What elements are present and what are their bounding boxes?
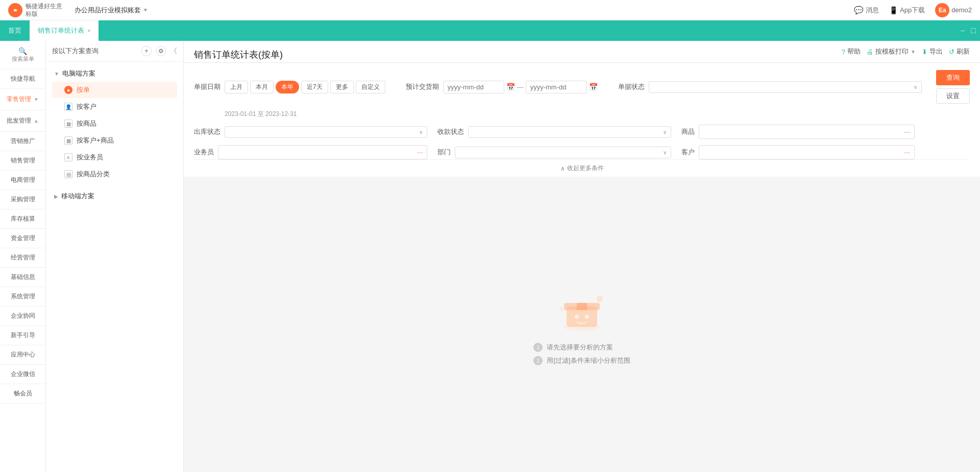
sidebar-item-system[interactable]: 系统管理: [0, 287, 45, 306]
sidebar-item-cooperation[interactable]: 企业协同: [0, 306, 45, 326]
svg-point-8: [559, 307, 564, 311]
doc-status-select[interactable]: ∨: [649, 81, 922, 93]
print-template-button[interactable]: 🖨 按模板打印 ▼: [867, 47, 916, 56]
ship-status-select[interactable]: ∨: [225, 126, 427, 138]
query-button[interactable]: 查询: [936, 70, 970, 85]
sidebar-search[interactable]: 🔍 搜索菜单: [0, 41, 45, 69]
refresh-button[interactable]: ↺ 刷新: [949, 47, 970, 56]
svg-rect-4: [577, 303, 587, 310]
sidebar-item-business[interactable]: 经营管理: [0, 248, 45, 268]
breadcrumb[interactable]: 办公用品行业模拟账套 ▼: [75, 6, 148, 15]
sidebar-item-basic[interactable]: 基础信息: [0, 268, 45, 287]
date-btn-last-month[interactable]: 上月: [225, 81, 248, 93]
scheme-item-by-goods[interactable]: ▦ 按商品: [52, 115, 177, 132]
date-btn-this-month[interactable]: 本月: [250, 81, 274, 93]
help-icon: ?: [842, 48, 845, 56]
sidebar-item-purchase[interactable]: 采购管理: [0, 190, 45, 209]
sidebar-item-retail[interactable]: 零售管理 ▼: [0, 89, 45, 110]
tab-close-icon[interactable]: ×: [87, 28, 90, 34]
expected-date-start-input[interactable]: [443, 81, 504, 93]
salesman-label: 业务员: [194, 148, 214, 157]
main-layout: 🔍 搜索菜单 快捷导航 零售管理 ▼ 批发管理 ▲ 营销推广 销售管理 电商管理…: [0, 41, 980, 472]
scheme-item-by-customer-goods[interactable]: ▦ 按客户+商品: [52, 132, 177, 149]
date-label: 单据日期: [194, 82, 220, 91]
doc-status-caret: ∨: [914, 84, 917, 90]
sidebar-item-wholesale[interactable]: 批发管理 ▲: [0, 110, 45, 132]
mobile-scheme-section: ▶ 移动端方案: [46, 188, 183, 204]
filter-action-buttons: 查询 设置: [936, 70, 970, 104]
scheme-icon-goods: ▦: [64, 120, 72, 128]
export-button[interactable]: ⬇ 导出: [922, 47, 943, 56]
date-filter-group: 单据日期 上月 本月 本年 近7天 更多 自定义: [194, 81, 385, 93]
sidebar-item-marketing[interactable]: 营销推广: [0, 132, 45, 151]
sidebar-item-wechat[interactable]: 企业微信: [0, 365, 45, 384]
left-panel-header: 按以下方案查询 + ⚙ 《: [46, 41, 183, 62]
scheme-item-by-order[interactable]: ● 按单: [52, 82, 177, 98]
sidebar-item-inventory[interactable]: 库存核算: [0, 209, 45, 229]
right-panel: 销售订单统计表(按单) ? 帮助 🖨 按模板打印 ▼ ⬇ 导出: [184, 41, 980, 472]
add-scheme-button[interactable]: +: [141, 46, 152, 56]
page-header: 销售订单统计表(按单) ? 帮助 🖨 按模板打印 ▼ ⬇ 导出: [184, 41, 980, 63]
user-profile[interactable]: Ea demo2: [935, 3, 972, 17]
goods-input[interactable]: ···: [699, 125, 915, 139]
header-left: 畅捷通好生意 标版 办公用品行业模拟账套 ▼: [8, 3, 148, 17]
date-btn-this-year[interactable]: 本年: [276, 81, 299, 93]
sidebar-label-finance: 资金管理: [11, 234, 35, 243]
sidebar: 🔍 搜索菜单 快捷导航 零售管理 ▼ 批发管理 ▲ 营销推广 销售管理 电商管理…: [0, 41, 46, 472]
date-range-display: 2023-01-01 至 2023-12-31: [225, 110, 970, 119]
app-logo-icon: [8, 3, 22, 17]
filter-container: 单据日期 上月 本月 本年 近7天 更多 自定义 预计交货期: [184, 63, 980, 177]
scheme-icon-cust-goods: ▦: [64, 136, 72, 145]
date-btn-more[interactable]: 更多: [330, 81, 354, 93]
goods-more-icon[interactable]: ···: [904, 128, 910, 136]
calendar-start-icon[interactable]: 📅: [506, 83, 515, 91]
date-btn-custom[interactable]: 自定义: [356, 81, 385, 93]
sidebar-item-sales[interactable]: 销售管理: [0, 151, 45, 171]
sidebar-item-finance[interactable]: 资金管理: [0, 229, 45, 248]
sidebar-quick-nav[interactable]: 快捷导航: [0, 69, 45, 89]
salesman-more-icon[interactable]: ···: [417, 148, 423, 156]
payment-status-select[interactable]: ∨: [468, 126, 671, 138]
settings-button[interactable]: 设置: [936, 88, 970, 104]
sidebar-item-member[interactable]: 畅会员: [0, 384, 45, 404]
customer-input[interactable]: ···: [699, 145, 915, 159]
edit-scheme-button[interactable]: ⚙: [156, 46, 166, 56]
sidebar-item-newguide[interactable]: 新手引导: [0, 326, 45, 345]
scheme-section: ▼ 电脑端方案 ● 按单 👤 按客户 ▦ 按商品: [46, 62, 183, 188]
sidebar-arrow-wholesale: ▲: [34, 118, 39, 124]
expected-date-end-input[interactable]: [526, 81, 587, 93]
scheme-item-by-salesman[interactable]: ≡ 按业务员: [52, 149, 177, 166]
empty-hints: 1 请先选择要分析的方案 2 用[过滤]条件来缩小分析范围: [533, 343, 630, 365]
sidebar-item-appcenter[interactable]: 应用中心: [0, 345, 45, 365]
sidebar-label-member: 畅会员: [14, 389, 32, 398]
window-minimize-icon[interactable]: －: [959, 26, 967, 36]
sidebar-label-ecommerce: 电商管理: [11, 176, 35, 184]
window-maximize-icon[interactable]: □: [971, 26, 976, 35]
sidebar-label-system: 系统管理: [11, 292, 35, 301]
tab-sales-order-stats[interactable]: 销售订单统计表 ×: [30, 20, 99, 41]
scheme-item-by-customer[interactable]: 👤 按客户: [52, 99, 177, 115]
filter-row-2: 出库状态 ∨ 收款状态 ∨ 商品: [194, 125, 970, 139]
edit-icon: ⚙: [158, 48, 164, 55]
customer-label: 客户: [681, 148, 695, 157]
search-icon: 🔍: [18, 47, 27, 55]
mobile-group-header[interactable]: ▶ 移动端方案: [52, 188, 177, 204]
date-btn-last-7-days[interactable]: 近7天: [301, 81, 328, 93]
collapse-filter-button[interactable]: ∧ 收起更多条件: [194, 159, 970, 177]
salesman-input[interactable]: ···: [218, 145, 427, 159]
message-button[interactable]: 💬 消息: [854, 6, 879, 15]
goods-label: 商品: [681, 127, 695, 136]
dept-select[interactable]: ∨: [455, 147, 671, 158]
calendar-end-icon[interactable]: 📅: [589, 83, 598, 91]
hint-num-2: 2: [533, 356, 543, 365]
scheme-item-by-goods-category[interactable]: ▤ 按商品分类: [52, 166, 177, 182]
collapse-panel-button[interactable]: 《: [170, 46, 177, 56]
app-download-button[interactable]: 📱 App下载: [889, 6, 925, 15]
help-button[interactable]: ? 帮助: [842, 47, 861, 56]
sidebar-item-ecommerce[interactable]: 电商管理: [0, 171, 45, 190]
customer-more-icon[interactable]: ···: [904, 148, 910, 156]
date-range-inputs: 📅 — 📅: [443, 81, 598, 93]
sidebar-arrow-retail: ▼: [34, 97, 39, 102]
tab-home[interactable]: 首页: [0, 20, 30, 41]
pc-group-header[interactable]: ▼ 电脑端方案: [52, 66, 177, 81]
